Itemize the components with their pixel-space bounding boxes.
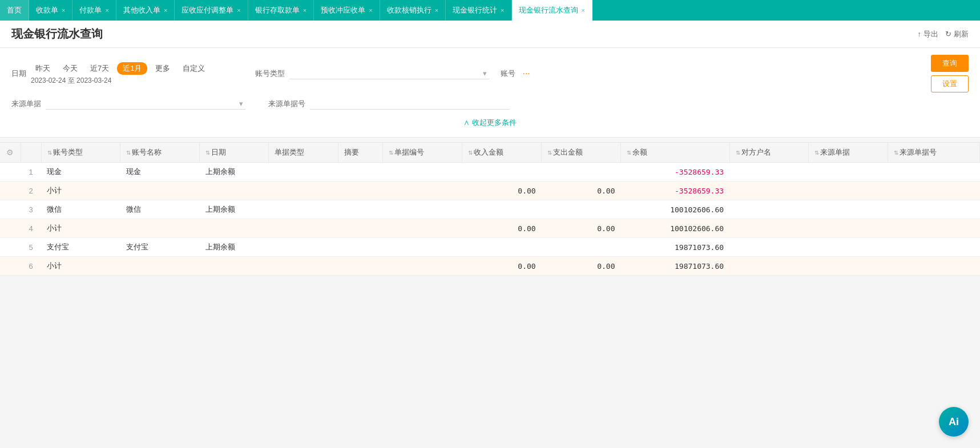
table-header-row: ⚙ ⇅账号类型 ⇅账号名称 ⇅日期 单据类型 摘要 ⇅单据编号 ⇅收入 (0, 143, 980, 163)
close-icon[interactable]: × (62, 7, 65, 14)
cell-doc-type (268, 181, 338, 200)
row-settings (0, 200, 21, 219)
date-option-7days[interactable]: 近7天 (86, 62, 114, 75)
cell-expense (542, 200, 621, 219)
nav-tab-home[interactable]: 首页 (0, 0, 29, 21)
close-icon[interactable]: × (501, 7, 504, 14)
cell-account-name (120, 219, 200, 238)
close-icon[interactable]: × (582, 7, 585, 14)
table-row: 2 小计 0.00 0.00 -3528659.33 (0, 181, 980, 200)
date-option-1month[interactable]: 近1月 (117, 62, 147, 75)
cell-source-doc-no (888, 200, 980, 219)
cell-counterparty (729, 257, 809, 276)
col-doc-no[interactable]: ⇅单据编号 (383, 143, 462, 163)
close-icon[interactable]: × (369, 7, 372, 14)
account-filter: 账号 ··· (501, 68, 532, 79)
cell-expense: 0.00 (542, 257, 621, 276)
cell-account-type: 小计 (41, 257, 120, 276)
col-counterparty[interactable]: ⇅对方户名 (729, 143, 809, 163)
nav-tab-cashflow[interactable]: 现金银行流水查询 × (512, 0, 592, 21)
filter-area: 日期 昨天 今天 近7天 近1月 更多 自定义 2023-02-24 至 202… (0, 48, 980, 138)
cell-account-name: 支付宝 (120, 238, 200, 257)
date-label: 日期 (11, 68, 26, 79)
nav-tab-other-income[interactable]: 其他收入单 × (116, 0, 175, 21)
nav-tab-writeoff[interactable]: 收款核销执行 × (380, 0, 446, 21)
top-nav: 首页 收款单 × 付款单 × 其他收入单 × 应收应付调整单 × 银行存取款单 … (0, 0, 980, 21)
account-more-button[interactable]: ··· (520, 68, 532, 79)
cell-account-name (120, 181, 200, 200)
query-button[interactable]: 查询 (931, 55, 969, 72)
date-option-custom[interactable]: 自定义 (178, 62, 209, 75)
nav-tab-adjustment[interactable]: 应收应付调整单 × (175, 0, 248, 21)
cell-source-doc-no (888, 181, 980, 200)
close-icon[interactable]: × (237, 7, 240, 14)
cell-balance: 100102606.60 (621, 200, 730, 219)
cell-source-doc-no (888, 257, 980, 276)
col-account-type[interactable]: ⇅账号类型 (41, 143, 120, 163)
row-number: 6 (21, 257, 41, 276)
date-option-yesterday[interactable]: 昨天 (31, 62, 55, 75)
col-date[interactable]: ⇅日期 (200, 143, 268, 163)
collapse-conditions-button[interactable]: ∧ 收起更多条件 (11, 115, 969, 132)
cell-income: 0.00 (462, 181, 542, 200)
account-label: 账号 (501, 68, 515, 79)
cell-income: 0.00 (462, 257, 542, 276)
cell-summary (338, 219, 383, 238)
filter-row-1: 日期 昨天 今天 近7天 近1月 更多 自定义 2023-02-24 至 202… (11, 55, 969, 92)
cell-income (462, 200, 542, 219)
nav-tab-bank-deposit[interactable]: 银行存取款单 × (248, 0, 314, 21)
cell-doc-type (268, 200, 338, 219)
col-income[interactable]: ⇅收入金额 (462, 143, 542, 163)
col-expense[interactable]: ⇅支出金额 (542, 143, 621, 163)
cell-doc-no (383, 257, 462, 276)
cell-doc-type (268, 257, 338, 276)
cell-counterparty (729, 219, 809, 238)
refresh-button[interactable]: ↻ 刷新 (945, 29, 969, 39)
cell-date (200, 257, 268, 276)
export-button[interactable]: ↑ 导出 (918, 29, 939, 39)
row-number: 4 (21, 219, 41, 238)
nav-tab-receipt[interactable]: 收款单 × (29, 0, 72, 21)
sort-arrows-icon: ⇅ (894, 150, 898, 156)
source-doc-select[interactable]: ▾ (46, 98, 245, 110)
table-row: 4 小计 0.00 0.00 100102606.60 (0, 219, 980, 238)
nav-tab-stats[interactable]: 现金银行统计 × (446, 0, 511, 21)
source-doc-num-filter: 来源单据号 (268, 98, 510, 110)
table-row: 5 支付宝 支付宝 上期余额 19871073.60 (0, 238, 980, 257)
col-account-name[interactable]: ⇅账号名称 (120, 143, 200, 163)
col-source-doc-no[interactable]: ⇅来源单据号 (888, 143, 980, 163)
col-settings[interactable]: ⚙ (0, 143, 21, 163)
cell-expense: 0.00 (542, 219, 621, 238)
col-doc-type: 单据类型 (268, 143, 338, 163)
date-range-display: 2023-02-24 至 2023-03-24 (31, 76, 209, 86)
close-icon[interactable]: × (435, 7, 438, 14)
settings-button[interactable]: 设置 (931, 75, 969, 92)
cell-doc-type (268, 219, 338, 238)
close-icon[interactable]: × (303, 7, 306, 14)
sort-arrows-icon: ⇅ (814, 150, 819, 156)
col-balance[interactable]: ⇅余额 (621, 143, 730, 163)
cell-source-doc-no (888, 219, 980, 238)
cell-account-name (120, 257, 200, 276)
col-source-doc[interactable]: ⇅来源单据 (809, 143, 888, 163)
date-option-more[interactable]: 更多 (151, 62, 175, 75)
cell-doc-type (268, 163, 338, 181)
close-icon[interactable]: × (105, 7, 108, 14)
col-summary: 摘要 (338, 143, 383, 163)
account-type-select[interactable]: ▾ (289, 68, 489, 79)
date-option-today[interactable]: 今天 (58, 62, 82, 75)
refresh-icon: ↻ (945, 30, 951, 38)
account-type-label: 账号类型 (255, 68, 285, 79)
nav-tab-payment[interactable]: 付款单 × (72, 0, 116, 21)
source-doc-num-input[interactable] (310, 98, 510, 110)
table-row: 1 现金 现金 上期余额 -3528659.33 (0, 163, 980, 181)
cell-account-type: 小计 (41, 219, 120, 238)
cell-account-name: 微信 (120, 200, 200, 219)
row-settings (0, 238, 21, 257)
nav-tab-advance[interactable]: 预收冲应收单 × (314, 0, 380, 21)
filter-row-2: 来源单据 ▾ 来源单据号 (11, 98, 969, 110)
close-icon[interactable]: × (164, 7, 167, 14)
cell-doc-no (383, 219, 462, 238)
row-number: 3 (21, 200, 41, 219)
sort-arrows-icon: ⇅ (389, 150, 393, 156)
